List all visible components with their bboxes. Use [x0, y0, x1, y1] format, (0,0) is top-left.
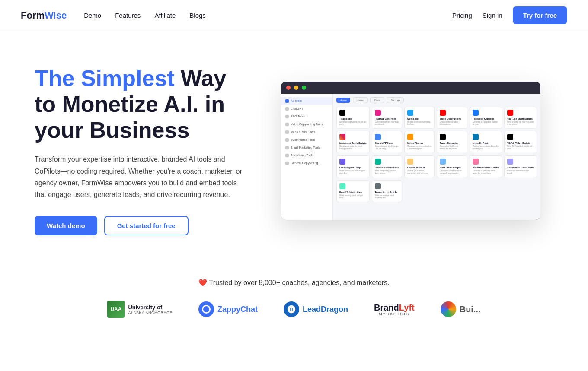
logos-row: UAA University of Alaska Anchorage Zappy…: [35, 301, 553, 318]
tool-icon-notes: [407, 134, 413, 140]
tool-icon-facebook: [473, 110, 479, 116]
tool-card-instagram: Instagram Reels Scripts Generate a scrip…: [336, 131, 370, 153]
tool-name: YouTube Short Scripts: [507, 117, 534, 120]
tool-card-tweet: Tweet Generator Generates 5 different tw…: [437, 131, 467, 153]
tool-card-linkedin: LinkedIn Post This tool generates a Link…: [470, 131, 502, 153]
tool-desc: Generate relevant hashtags for content.: [375, 121, 399, 126]
tool-card-tiktok-video: TikTok Video Scripts Write TikTok video …: [504, 131, 537, 153]
try-for-free-button[interactable]: Try for free: [513, 6, 567, 24]
zappy-name: ZappyChat: [217, 305, 258, 314]
tool-name: Video Descriptions: [440, 117, 464, 120]
tool-desc: Write a professional media bio fast.: [407, 121, 431, 126]
logo-wise: Wise: [45, 10, 67, 21]
uaa-title: University of: [128, 304, 173, 311]
tool-card-cold-email: Cold Email Scripts Generate a cold email…: [437, 155, 467, 178]
hero-title: The Simplest Wayto Monetize A.I. inyour …: [35, 66, 242, 143]
tool-name: Course Planner: [407, 166, 431, 169]
tool-desc: Generate a cold email for outreach to pr…: [440, 170, 464, 175]
general-icon: [285, 162, 289, 165]
brandlyft-logo: BrandLyft MARKETING: [374, 303, 415, 316]
tool-card-tiktok-ads: TikTok Ads Generate captivating TikTok a…: [336, 107, 370, 129]
tool-card-welcome: Welcome Series Emails Generate a welcome…: [470, 155, 502, 178]
advertising-icon: [285, 154, 289, 157]
leaddragon-logo: LeadDragon: [284, 301, 348, 317]
nav-link-demo[interactable]: Demo: [84, 12, 101, 19]
nav-pricing-link[interactable]: Pricing: [452, 12, 472, 19]
email-icon: [285, 146, 289, 149]
tool-desc: Generate optimized Google PPC ad copy.: [375, 145, 399, 150]
tool-card-abandoned: Abandoned Cart Emails Generate abandoned…: [504, 155, 537, 178]
tool-desc: Generate a script for short Instagram re…: [339, 145, 367, 150]
tool-name: Notes Planner: [407, 142, 431, 144]
seo-icon: [285, 115, 289, 118]
ecommerce-icon: [285, 138, 289, 142]
tool-name: Google PPC Ads: [375, 142, 399, 144]
zappy-icon: [198, 301, 214, 317]
brand-main: Brand: [374, 303, 399, 312]
tool-name: TikTok Ads: [339, 117, 367, 120]
tool-icon-course: [407, 159, 413, 165]
tool-icon-youtube: [507, 110, 513, 116]
toolbar-tab-home: Home: [336, 98, 350, 103]
tool-desc: Generate a welcome email series for subs…: [473, 170, 499, 175]
tool-icon-product: [375, 159, 381, 165]
get-started-button[interactable]: Get started for free: [104, 216, 189, 235]
tool-name: Facebook Captions: [473, 117, 499, 120]
all-tools-icon: [285, 99, 289, 103]
hero-buttons: Watch demo Get started for free: [35, 216, 242, 235]
sidebar-item-ecommerce: eCommerce Tools: [281, 136, 332, 144]
tool-icon-media: [407, 110, 413, 116]
nav-link-affiliate[interactable]: Affiliate: [154, 12, 176, 19]
tool-desc: Write compelling product descriptions.: [375, 170, 399, 175]
logo[interactable]: FormWise: [21, 10, 67, 21]
sidebar-item-chatgpt: ChatGPT: [281, 105, 332, 113]
trusted-section: ❤️ Trusted by over 8,000+ coaches, agenc…: [0, 261, 588, 335]
tool-desc: Generate captivating TikTok ad copy.: [339, 121, 367, 126]
tool-card-facebook: Facebook Captions Generate a Facebook ca…: [470, 107, 502, 129]
window-minimize-dot: [294, 86, 298, 90]
tool-card-course: Course Planner Outline your course, curr…: [404, 155, 435, 178]
watch-demo-button[interactable]: Watch demo: [35, 216, 97, 235]
uaa-icon: UAA: [107, 301, 125, 318]
tool-name: Tweet Generator: [440, 142, 464, 144]
zappychat-logo: ZappyChat: [198, 301, 258, 317]
sidebar-item-advertising: Advertising Tools: [281, 152, 332, 159]
heart-icon: ❤️: [198, 279, 207, 286]
tool-card-media-bio: Media Bio Write a professional media bio…: [404, 107, 435, 129]
window-close-dot: [286, 86, 291, 90]
sidebar-item-email: Email Marketing Tools: [281, 144, 332, 152]
sidebar-item-video-copy: Video Copywriting Tools: [281, 120, 332, 128]
brand-sub: MARKETING: [374, 312, 415, 316]
tool-card-video-desc: Video Descriptions Create concise video …: [437, 107, 467, 129]
tool-desc: This tool generates a LinkedIn post for …: [473, 145, 499, 150]
screenshot-sidebar: All Tools ChatGPT SEO Tools Video Copywr…: [281, 94, 333, 220]
tool-icon-tiktok2: [507, 134, 513, 140]
tool-desc: Write persuasive email subjects fast.: [375, 194, 399, 200]
nav-link-blogs[interactable]: Blogs: [189, 12, 206, 19]
nav-link-features[interactable]: Features: [115, 12, 141, 19]
hero-right: All Tools ChatGPT SEO Tools Video Copywr…: [268, 82, 553, 220]
toolbar-tab-plans: Plans: [370, 97, 384, 103]
tool-icon-google: [375, 134, 381, 140]
screenshot-toolbar: Home Users Plans Settings: [336, 97, 537, 103]
tool-icon-abandoned: [507, 159, 513, 165]
tool-card-product: Product Descriptions Write compelling pr…: [372, 155, 402, 178]
nav-left: FormWise Demo Features Affiliate Blogs: [21, 10, 206, 21]
uaa-text: University of Alaska Anchorage: [128, 304, 173, 315]
tool-card-transcript: Transcript to Article Write persuasive e…: [372, 180, 402, 203]
hero-left: The Simplest Wayto Monetize A.I. inyour …: [35, 66, 242, 235]
uaa-subtitle: Alaska Anchorage: [128, 311, 173, 315]
trusted-message: Trusted by over 8,000+ coaches, agencies…: [209, 279, 390, 286]
nav-signin-link[interactable]: Sign in: [483, 12, 502, 19]
tool-name: Cold Email Scripts: [440, 166, 464, 169]
window-maximize-dot: [302, 86, 306, 90]
sidebar-item-all-tools: All Tools: [281, 97, 332, 105]
toolbar-tab-settings: Settings: [387, 97, 404, 103]
tool-name: Hashtag Generator: [375, 117, 399, 120]
toolbar-tab-users: Users: [353, 97, 368, 103]
uaa-logo: UAA University of Alaska Anchorage: [107, 301, 173, 318]
tool-name: Product Descriptions: [375, 166, 399, 169]
hero-section: The Simplest Wayto Monetize A.I. inyour …: [0, 31, 588, 261]
tool-desc: Generate a Facebook caption for you.: [473, 121, 499, 126]
nav-links: Demo Features Affiliate Blogs: [84, 12, 206, 19]
